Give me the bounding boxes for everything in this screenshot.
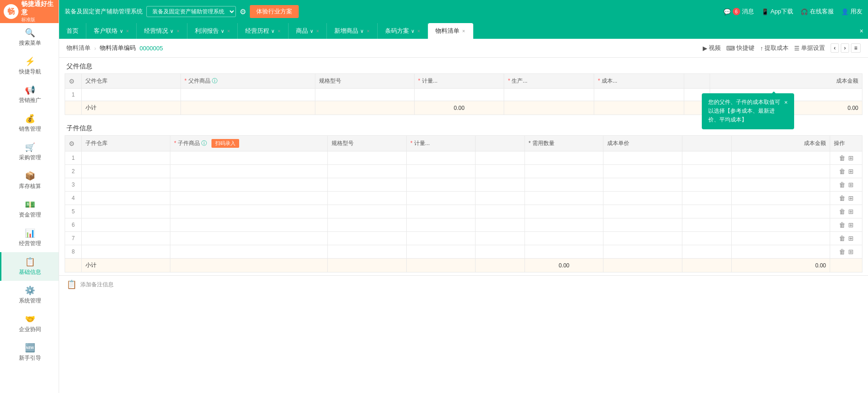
child-row-product[interactable] — [170, 245, 327, 259]
experience-button[interactable]: 体验行业方案 — [250, 5, 299, 18]
sidebar-item-inventory[interactable]: 📦 库存核算 — [0, 166, 59, 195]
close-icon[interactable]: × — [227, 28, 230, 34]
parent-row-production[interactable] — [504, 89, 594, 101]
delete-icon[interactable]: 🗑 — [839, 248, 845, 255]
copy-icon[interactable]: ⊞ — [848, 181, 854, 188]
copy-icon[interactable]: ⊞ — [848, 208, 854, 215]
parent-row-product[interactable] — [181, 89, 315, 101]
tab-new-product[interactable]: 新增商品 ∨ × — [327, 23, 377, 39]
sidebar-item-finance[interactable]: 💵 资金管理 — [0, 195, 59, 224]
delete-icon[interactable]: 🗑 — [839, 181, 845, 188]
child-row-product[interactable] — [170, 205, 327, 218]
child-row-unit[interactable] — [406, 232, 475, 245]
prev-button[interactable]: ‹ — [831, 43, 839, 53]
child-row-product[interactable] — [170, 192, 327, 205]
child-row-spec[interactable] — [328, 205, 407, 218]
copy-icon[interactable]: ⊞ — [848, 235, 854, 242]
copy-icon[interactable]: ⊞ — [848, 154, 854, 162]
sidebar-item-system[interactable]: ⚙️ 系统管理 — [0, 281, 59, 309]
user-item[interactable]: 👤 用友 — [841, 7, 862, 16]
next-button[interactable]: › — [841, 43, 849, 53]
child-row-quantity[interactable] — [524, 245, 603, 259]
delete-icon[interactable]: 🗑 — [839, 194, 845, 202]
sidebar-item-sales[interactable]: 💰 销售管理 — [0, 109, 59, 138]
delete-icon[interactable]: 🗑 — [839, 208, 845, 215]
child-row-unit[interactable] — [406, 245, 475, 259]
child-row-quantity[interactable] — [524, 165, 603, 178]
list-view-button[interactable]: ≡ — [851, 43, 861, 53]
child-row-unit-price[interactable] — [603, 178, 682, 192]
child-row-unit[interactable] — [406, 165, 475, 178]
child-row-unit-price[interactable] — [603, 151, 682, 165]
tab-operations[interactable]: 经营情况 ∨ × — [137, 23, 187, 39]
single-setting-action[interactable]: ☰ 单据设置 — [794, 44, 825, 52]
child-row-product[interactable] — [170, 151, 327, 165]
close-icon[interactable]: × — [417, 28, 420, 34]
child-row-product[interactable] — [170, 232, 327, 245]
extract-cost-action[interactable]: ↑ 提取成本 — [760, 44, 789, 52]
copy-icon[interactable]: ⊞ — [848, 194, 854, 202]
copy-icon[interactable]: ⊞ — [848, 221, 854, 229]
child-row-product[interactable] — [170, 165, 327, 178]
tab-history[interactable]: 经营历程 ∨ × — [238, 23, 288, 39]
copy-icon[interactable]: ⊞ — [848, 168, 854, 175]
child-row-unit[interactable] — [406, 178, 475, 192]
sidebar-item-newguide[interactable]: 🆕 新手引导 — [0, 338, 59, 367]
close-icon[interactable]: × — [126, 28, 129, 34]
parent-row-cost[interactable] — [594, 89, 684, 101]
child-row-unit-price[interactable] — [603, 165, 682, 178]
child-row-unit-price[interactable] — [603, 232, 682, 245]
online-support-item[interactable]: 🎧 在线客服 — [801, 7, 834, 16]
sidebar-item-basic-info[interactable]: 📋 基础信息 — [0, 252, 59, 281]
close-icon[interactable]: × — [367, 28, 369, 34]
sidebar-item-purchase[interactable]: 🛒 采购管理 — [0, 138, 59, 166]
child-row-unit-price[interactable] — [603, 205, 682, 218]
scan-button[interactable]: 扫码录入 — [211, 139, 239, 148]
child-row-product[interactable] — [170, 178, 327, 192]
sidebar-item-search[interactable]: 🔍 搜索菜单 — [0, 23, 59, 52]
sidebar-item-quicknav[interactable]: ⚡ 快捷导航 — [0, 52, 59, 80]
child-row-unit[interactable] — [406, 192, 475, 205]
view-action[interactable]: ▶ 视频 — [703, 44, 721, 52]
child-row-warehouse[interactable] — [82, 192, 170, 205]
sidebar-item-operations[interactable]: 📊 经营管理 — [0, 224, 59, 252]
child-row-spec[interactable] — [328, 218, 407, 232]
child-row-unit-price[interactable] — [603, 192, 682, 205]
child-row-warehouse[interactable] — [82, 245, 170, 259]
tab-barcode[interactable]: 条码方案 ∨ × — [378, 23, 428, 39]
close-icon[interactable]: × — [462, 28, 465, 34]
sidebar-item-enterprise[interactable]: 🤝 企业协同 — [0, 309, 59, 338]
close-all-tabs[interactable]: × — [855, 24, 868, 38]
delete-icon[interactable]: 🗑 — [839, 221, 845, 229]
close-icon[interactable]: × — [277, 28, 280, 34]
child-row-spec[interactable] — [328, 151, 407, 165]
tooltip-close-button[interactable]: × — [784, 98, 788, 108]
gear-icon[interactable]: ⚙ — [240, 7, 246, 16]
parent-row-unit[interactable] — [414, 89, 504, 101]
sidebar-item-marketing[interactable]: 📢 营销推广 — [0, 80, 59, 109]
child-row-warehouse[interactable] — [82, 205, 170, 218]
parent-row-spec[interactable] — [315, 89, 415, 101]
child-row-unit-price[interactable] — [603, 218, 682, 232]
app-download-item[interactable]: 📱 App下载 — [761, 7, 793, 16]
child-row-product[interactable] — [170, 218, 327, 232]
child-row-unit[interactable] — [406, 151, 475, 165]
tab-product[interactable]: 商品 ∨ × — [289, 23, 327, 39]
child-row-unit-price[interactable] — [603, 245, 682, 259]
child-row-warehouse[interactable] — [82, 232, 170, 245]
child-row-quantity[interactable] — [524, 232, 603, 245]
child-row-quantity[interactable] — [524, 205, 603, 218]
child-row-spec[interactable] — [328, 165, 407, 178]
delete-icon[interactable]: 🗑 — [839, 154, 845, 162]
child-row-quantity[interactable] — [524, 178, 603, 192]
child-row-spec[interactable] — [328, 192, 407, 205]
child-row-spec[interactable] — [328, 245, 407, 259]
tab-customer[interactable]: 客户联络 ∨ × — [86, 23, 137, 39]
copy-icon[interactable]: ⊞ — [848, 248, 854, 255]
settings-icon[interactable]: ⚙ — [69, 78, 75, 85]
child-row-warehouse[interactable] — [82, 151, 170, 165]
close-icon[interactable]: × — [176, 28, 179, 34]
child-row-quantity[interactable] — [524, 192, 603, 205]
tab-profit[interactable]: 利润报告 ∨ × — [187, 23, 238, 39]
child-row-quantity[interactable] — [524, 151, 603, 165]
